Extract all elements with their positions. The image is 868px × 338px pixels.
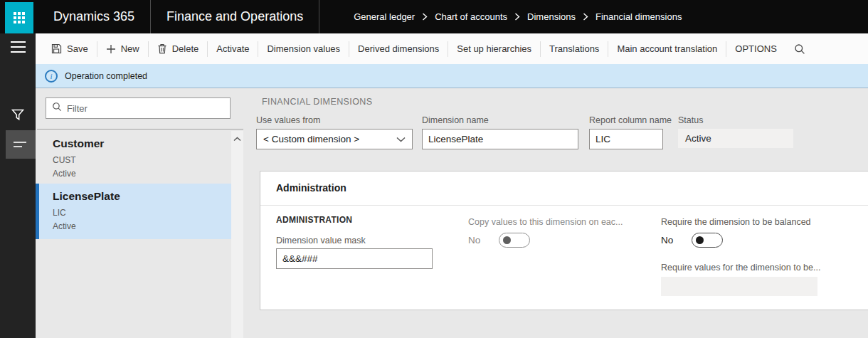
breadcrumb: General ledger Chart of accounts Dimensi… bbox=[354, 11, 682, 22]
save-button[interactable]: Save bbox=[43, 33, 97, 64]
search-icon bbox=[52, 102, 62, 115]
activate-label: Activate bbox=[216, 43, 249, 54]
list-pane-icon[interactable] bbox=[6, 130, 36, 159]
topbar-divider bbox=[150, 0, 151, 33]
filter-input[interactable] bbox=[67, 103, 224, 114]
main-account-translation-button[interactable]: Main account translation bbox=[608, 33, 726, 64]
dimension-value-mask-input[interactable] bbox=[276, 248, 433, 269]
main-content: FINANCIAL DIMENSIONS Use values from < C… bbox=[243, 88, 868, 338]
app-launcher-button[interactable] bbox=[5, 2, 33, 33]
use-values-from-dropdown[interactable]: < Custom dimension > bbox=[256, 129, 413, 149]
use-values-from-label: Use values from bbox=[256, 115, 413, 125]
dimension-name-input[interactable] bbox=[422, 129, 578, 149]
scroll-up-button[interactable] bbox=[231, 131, 243, 142]
status-value: Active bbox=[678, 129, 793, 148]
status-label: Status bbox=[678, 115, 793, 125]
list-scrollbar[interactable] bbox=[231, 131, 243, 338]
derived-dimensions-label: Derived dimensions bbox=[358, 43, 439, 54]
list-item-customer[interactable]: Customer CUST Active bbox=[36, 131, 231, 184]
filter-box bbox=[46, 97, 231, 119]
setup-hierarchies-label: Set up hierarchies bbox=[457, 43, 531, 54]
search-icon bbox=[794, 43, 805, 55]
plus-icon bbox=[106, 44, 116, 54]
breadcrumb-general-ledger[interactable]: General ledger bbox=[354, 11, 415, 22]
new-button[interactable]: New bbox=[97, 33, 148, 64]
dimension-status: Active bbox=[53, 169, 231, 179]
toggle-knob bbox=[503, 236, 511, 244]
report-column-name-label: Report column name bbox=[589, 115, 663, 125]
setup-hierarchies-button[interactable]: Set up hierarchies bbox=[448, 33, 540, 64]
administration-card: Administration ADMINISTRATION Dimension … bbox=[260, 171, 868, 310]
hamburger-menu-icon[interactable] bbox=[11, 41, 26, 53]
page-section-title: FINANCIAL DIMENSIONS bbox=[262, 97, 372, 107]
chevron-right-icon bbox=[514, 13, 520, 21]
filter-funnel-icon[interactable] bbox=[11, 108, 25, 125]
new-label: New bbox=[121, 43, 139, 54]
options-label: OPTIONS bbox=[735, 43, 777, 54]
message-text: Operation completed bbox=[65, 71, 147, 81]
dimension-status: Active bbox=[53, 221, 231, 231]
administration-group-title: ADMINISTRATION bbox=[276, 215, 352, 225]
translations-button[interactable]: Translations bbox=[541, 33, 608, 64]
brand-dynamics365[interactable]: Dynamics 365 bbox=[53, 9, 134, 24]
trash-icon bbox=[157, 43, 167, 54]
dimension-name: Customer bbox=[53, 137, 231, 150]
require-balanced-state: No bbox=[661, 235, 673, 245]
dimension-name-field: Dimension name bbox=[422, 115, 578, 149]
save-icon bbox=[51, 43, 62, 54]
dimension-value-mask-label: Dimension value mask bbox=[276, 236, 366, 245]
top-navigation-bar: Dynamics 365 Finance and Operations Gene… bbox=[0, 0, 868, 33]
chevron-down-icon bbox=[396, 134, 406, 144]
administration-section-header[interactable]: Administration bbox=[276, 182, 346, 194]
dimension-code: CUST bbox=[53, 155, 231, 165]
search-button[interactable] bbox=[785, 33, 814, 64]
dimension-name: LicensePlate bbox=[53, 190, 231, 203]
copy-values-label: Copy values to this dimension on eac... bbox=[468, 217, 623, 227]
list-item-licenseplate[interactable]: LicensePlate LIC Active bbox=[36, 184, 231, 239]
derived-dimensions-button[interactable]: Derived dimensions bbox=[349, 33, 448, 64]
dimension-values-button[interactable]: Dimension values bbox=[258, 33, 349, 64]
message-bar: i Operation completed bbox=[36, 64, 868, 88]
toggle-knob bbox=[696, 236, 704, 244]
require-values-label: Require values for the dimension to be..… bbox=[661, 263, 820, 273]
topbar-divider bbox=[319, 0, 319, 33]
dropdown-value: < Custom dimension > bbox=[263, 134, 359, 144]
copy-values-toggle-row: No bbox=[468, 233, 530, 248]
info-icon: i bbox=[45, 70, 58, 83]
dimension-list-panel: Customer CUST Active LicensePlate LIC Ac… bbox=[36, 88, 243, 338]
product-title[interactable]: Finance and Operations bbox=[166, 9, 303, 24]
card-divider bbox=[260, 205, 868, 206]
translations-label: Translations bbox=[549, 43, 599, 54]
copy-values-toggle[interactable] bbox=[499, 233, 530, 248]
breadcrumb-chart-of-accounts[interactable]: Chart of accounts bbox=[435, 11, 507, 22]
navigation-rail bbox=[0, 33, 36, 338]
dimension-name-label: Dimension name bbox=[422, 115, 578, 125]
use-values-from-field: Use values from < Custom dimension > bbox=[256, 115, 413, 149]
report-column-name-field: Report column name bbox=[589, 115, 663, 149]
breadcrumb-financial-dimensions[interactable]: Financial dimensions bbox=[596, 11, 682, 22]
app-window: Dynamics 365 Finance and Operations Gene… bbox=[0, 0, 868, 338]
dimension-code: LIC bbox=[53, 208, 231, 218]
require-values-value bbox=[661, 277, 817, 296]
status-field: Status Active bbox=[678, 115, 793, 148]
options-menu-button[interactable]: OPTIONS bbox=[726, 33, 785, 64]
delete-label: Delete bbox=[172, 43, 199, 54]
waffle-icon bbox=[14, 12, 25, 23]
require-balanced-label: Require the dimension to be balanced bbox=[661, 217, 811, 227]
require-balanced-toggle-row: No bbox=[661, 233, 723, 248]
chevron-right-icon bbox=[422, 13, 428, 21]
chevron-right-icon bbox=[583, 13, 588, 21]
report-column-name-input[interactable] bbox=[589, 129, 663, 149]
activate-button[interactable]: Activate bbox=[208, 33, 258, 64]
require-balanced-toggle[interactable] bbox=[692, 233, 723, 248]
delete-button[interactable]: Delete bbox=[149, 33, 208, 64]
main-account-translation-label: Main account translation bbox=[617, 43, 717, 54]
copy-values-state: No bbox=[468, 235, 480, 245]
panel-divider bbox=[37, 129, 243, 130]
breadcrumb-dimensions[interactable]: Dimensions bbox=[527, 11, 576, 22]
action-toolbar: Save New Delete Activate Dimension value… bbox=[36, 33, 868, 64]
save-label: Save bbox=[67, 43, 88, 54]
dimension-values-label: Dimension values bbox=[267, 43, 340, 54]
